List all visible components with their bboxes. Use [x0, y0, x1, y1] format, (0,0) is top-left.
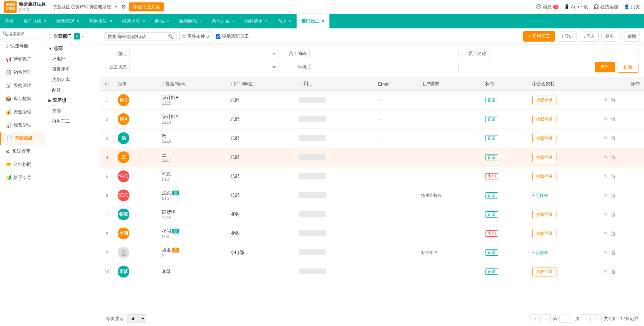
sidebar-search-box[interactable]: 🔍 [0, 28, 45, 39]
tab-close-icon[interactable]: ✕ [199, 19, 202, 24]
sidebar-item-purchase[interactable]: 🛒采购管理 [0, 79, 45, 92]
tab-close-icon[interactable]: ✕ [321, 19, 325, 24]
tree-group-shuangzuoxiang[interactable]: ▶ 双座想 [45, 95, 100, 106]
auth-login-button[interactable]: 授权登录 [532, 210, 556, 219]
sidebar-item-guide[interactable]: 🔰新手引导 [0, 171, 45, 184]
auth-login-button[interactable]: 授权登录 [532, 115, 556, 124]
edit-button[interactable]: ✎ [604, 250, 608, 255]
delete-button[interactable]: 🗑 [611, 231, 616, 236]
auth-login-button[interactable]: 授权登录 [532, 172, 556, 181]
edit-button[interactable]: ✎ [604, 155, 608, 160]
screenshot-button[interactable]: 截图 [624, 32, 640, 42]
th-name[interactable]: ↕ 姓名/编码 [158, 77, 226, 91]
delete-button[interactable]: 🗑 [611, 174, 616, 179]
tree-edit-icon[interactable]: ✎ [74, 33, 80, 39]
nav-tab-部门员工[interactable]: 部门员工✕ [297, 14, 329, 28]
sidebar-item-operations[interactable]: 📊经营管理 [0, 118, 45, 132]
import-button[interactable]: ↓ 导入 [580, 32, 599, 42]
search-input[interactable] [108, 34, 166, 39]
nav-tab-物料清单[interactable]: 物料清单✕ [240, 14, 273, 28]
sidebar-item-enterprise[interactable]: 🤝企业协同 [0, 158, 45, 171]
th-settings[interactable]: ⚙ [100, 77, 114, 91]
prev-page-button[interactable]: ‹ [542, 314, 551, 323]
auth-login-button[interactable]: 授权登录 [532, 96, 556, 105]
dept-select[interactable] [129, 49, 279, 58]
nav-tab-条码方案[interactable]: 条码方案✕ [207, 14, 240, 28]
tree-item-shenyangdaku[interactable]: 沈阳大库 [45, 74, 100, 85]
first-page-button[interactable]: « [530, 314, 539, 323]
per-page-select[interactable]: 50 100 [127, 314, 146, 323]
edit-button[interactable]: ✎ [604, 116, 608, 122]
th-phone[interactable]: ↕ 手机 [294, 77, 374, 91]
edit-button[interactable]: ✎ [604, 135, 608, 141]
auth-login-button[interactable]: 授权登录 [532, 229, 556, 238]
tree-collapse-icon[interactable]: « [82, 34, 84, 39]
tab-close-icon[interactable]: ✕ [265, 19, 268, 24]
search-button[interactable]: 查询 [595, 62, 615, 72]
edit-button[interactable]: ✎ [604, 97, 608, 103]
dropdown-arrow-icon[interactable]: ▼ [114, 4, 118, 9]
tree-item-peihuo[interactable]: 配货 [45, 85, 100, 95]
nav-tab-仓库[interactable]: 仓库✕ [273, 14, 297, 28]
sidebar-item-sales[interactable]: 📋销售管理 [0, 66, 45, 79]
th-dept[interactable]: ↕ 部门/职位 [226, 77, 295, 91]
settings-icon[interactable]: ⚙ [121, 3, 126, 10]
sidebar-item-basic-info[interactable]: 📄基础信息 [0, 132, 45, 145]
auth-login-button[interactable]: 授权登录 [532, 134, 556, 143]
user-menu-button[interactable]: 👤 用友 [624, 4, 640, 10]
nav-tab-经营历程[interactable]: 经营历程✕ [117, 14, 150, 28]
tree-item-xiangmukufang[interactable]: 项目库房 [45, 64, 100, 74]
tree-group-zongbu[interactable]: ▼ 总部 [45, 43, 100, 54]
delete-button[interactable]: 🗑 [611, 212, 616, 217]
tree-item-zongbu2[interactable]: 总部 [45, 106, 100, 116]
tab-close-icon[interactable]: ✕ [166, 19, 169, 24]
tree-item-xiaodibu[interactable]: 小电部 [45, 54, 100, 64]
edit-button[interactable]: ✎ [604, 193, 608, 198]
emp-code-input[interactable] [309, 49, 459, 58]
tab-close-icon[interactable]: ✕ [76, 19, 80, 24]
nav-tab-商品[interactable]: 商品✕ [150, 14, 174, 28]
delete-button[interactable]: 🗑 [611, 135, 616, 141]
edit-button[interactable]: ✎ [604, 174, 608, 179]
page-number-input[interactable]: 1 [559, 315, 573, 323]
delete-button[interactable]: 🗑 [611, 269, 616, 274]
delete-button[interactable]: 🗑 [611, 193, 616, 198]
edit-button[interactable]: ✎ [604, 269, 608, 274]
nav-tab-利润报告[interactable]: 利润报告✕ [84, 14, 117, 28]
emp-name-input[interactable] [489, 49, 638, 58]
message-button[interactable]: 💬 消息 5 [536, 4, 559, 10]
search-box[interactable]: 🔍 [105, 32, 176, 41]
emp-status-select[interactable]: 正常 离职 [129, 63, 279, 72]
delete-button[interactable]: 🗑 [611, 250, 616, 255]
delete-button[interactable]: 🗑 [611, 116, 616, 122]
delete-button[interactable]: 🗑 [611, 155, 616, 160]
nav-tab-首页[interactable]: 首页 [0, 14, 19, 28]
add-employee-button[interactable]: + 新增员工 [523, 31, 555, 42]
edit-button[interactable]: ✎ [604, 231, 608, 236]
nav-tab-新增商品[interactable]: 新增商品✕ [174, 14, 207, 28]
tab-close-icon[interactable]: ✕ [142, 19, 145, 24]
sidebar-item-marketing[interactable]: 📢营销推广 [0, 53, 45, 66]
app-download-button[interactable]: 📱 App下载 [564, 4, 588, 10]
tab-close-icon[interactable]: ✕ [44, 19, 47, 24]
show-resigned-checkbox-label[interactable]: 显示离职员工 [216, 33, 249, 39]
phone-input[interactable] [309, 63, 459, 72]
sidebar-item-inventory[interactable]: 📦库存核算 [0, 92, 45, 105]
sidebar-item-finance[interactable]: 💰资金管理 [0, 105, 45, 118]
tab-close-icon[interactable]: ✕ [289, 19, 292, 24]
auth-login-button[interactable]: 授权登录 [532, 267, 556, 276]
trial-button[interactable]: 体验行业方案 [129, 2, 164, 11]
tab-close-icon[interactable]: ✕ [232, 19, 235, 24]
last-page-button[interactable]: » [593, 314, 602, 323]
next-page-button[interactable]: › [582, 314, 591, 323]
more-conditions-button[interactable]: ▽ 更多条件 ∧ [179, 32, 213, 41]
view-button[interactable]: 视图 [601, 32, 617, 42]
auth-login-button[interactable]: 授权登录 [532, 153, 556, 162]
edit-button[interactable]: ✎ [604, 212, 608, 217]
sidebar-item-quick-nav[interactable]: ⌂快速导航 [0, 39, 45, 53]
tree-item-zhishuwanger[interactable]: 植树王二 [45, 116, 100, 126]
online-support-button[interactable]: 🎧 在线客服 [593, 4, 618, 10]
sidebar-search-input[interactable] [8, 32, 45, 36]
tree-all-label[interactable]: 全部部门 [54, 33, 72, 39]
filter-settings-button[interactable]: 设置 [618, 62, 638, 73]
